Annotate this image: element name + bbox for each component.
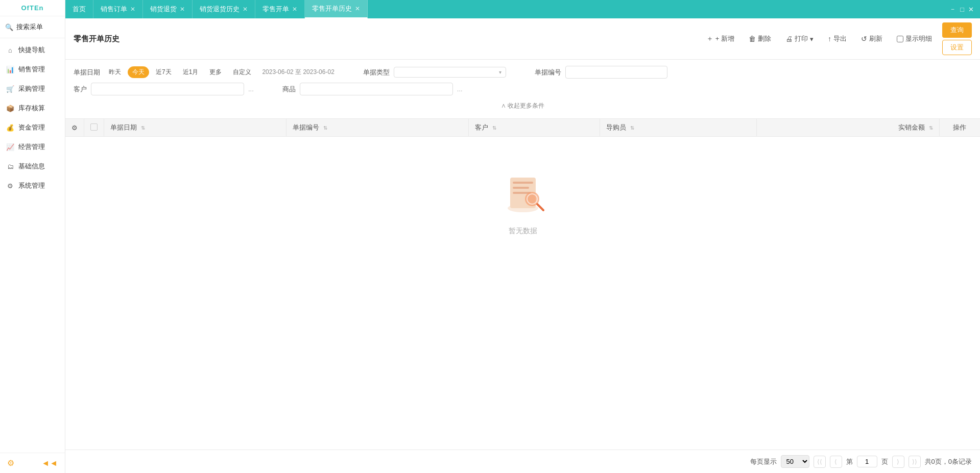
th-checkbox[interactable] [84, 119, 104, 137]
box-icon: 📦 [6, 104, 14, 112]
window-close-icon[interactable]: ✕ [968, 6, 974, 13]
page-number-input[interactable] [857, 456, 877, 467]
sidebar-item-purchase-mgmt[interactable]: 🛒 采购管理 [0, 79, 65, 98]
query-button[interactable]: 查询 [942, 22, 972, 38]
tab-sales-order[interactable]: 销售订单 ✕ [93, 0, 143, 18]
tab-sales-return-history[interactable]: 销货退货历史 ✕ [193, 0, 255, 18]
tab-retail-open-history-label: 零售开单历史 [312, 4, 352, 13]
ops-icon: 📈 [6, 143, 14, 151]
table-container: ⚙ 单据日期 ⇅ 单据编号 ⇅ [65, 119, 980, 450]
sidebar-item-system[interactable]: ⚙ 系统管理 [0, 176, 65, 195]
date-btn-custom[interactable]: 自定义 [228, 66, 256, 78]
add-button[interactable]: ＋ + 新增 [702, 32, 738, 45]
display-detail-toggle[interactable]: 显示明细 [893, 32, 936, 45]
close-sales-return-history-icon[interactable]: ✕ [243, 6, 248, 13]
th-guide[interactable]: 导购员 ⇅ [600, 119, 757, 137]
th-date[interactable]: 单据日期 ⇅ [104, 119, 286, 137]
refresh-label: 刷新 [869, 34, 882, 43]
th-date-label: 单据日期 [110, 123, 137, 131]
sort-date-icon: ⇅ [141, 125, 145, 131]
sidebar-item-operations[interactable]: 📈 经营管理 [0, 137, 65, 157]
product-select-icon[interactable]: ... [457, 85, 463, 93]
date-btn-yesterday[interactable]: 昨天 [104, 66, 126, 78]
data-table: ⚙ 单据日期 ⇅ 单据编号 ⇅ [65, 119, 980, 137]
close-retail-open-icon[interactable]: ✕ [292, 6, 297, 13]
first-page-btn[interactable]: ⟨⟨ [814, 456, 826, 468]
close-sales-order-icon[interactable]: ✕ [130, 6, 135, 13]
export-button[interactable]: ↑ 导出 [824, 32, 851, 45]
per-page-label: 每页显示 [750, 457, 777, 466]
close-retail-open-history-icon[interactable]: ✕ [355, 5, 360, 12]
sidebar-search[interactable]: 🔍 搜索采单 [0, 16, 65, 38]
cart-icon: 🛒 [6, 85, 14, 93]
customer-input[interactable] [91, 83, 244, 95]
gear-icon[interactable]: ⚙ [7, 458, 14, 468]
delete-button[interactable]: 🗑 删除 [745, 32, 775, 45]
window-maximize-icon[interactable]: □ [960, 6, 964, 13]
close-sales-return-icon[interactable]: ✕ [180, 6, 185, 13]
th-actions: 操作 [939, 119, 980, 137]
sidebar-item-label: 快捷导航 [18, 45, 45, 55]
sidebar-item-quick-nav[interactable]: ⌂ 快捷导航 [0, 40, 65, 60]
th-amount-label: 实销金额 [898, 123, 925, 131]
page-title: 零售开单历史 [74, 34, 119, 44]
collapse-up-icon: ∧ [501, 102, 506, 109]
delete-icon: 🗑 [749, 35, 756, 43]
next-page-btn[interactable]: ⟩ [892, 456, 904, 468]
sidebar-item-label: 库存核算 [18, 104, 45, 113]
sidebar-item-sales-mgmt[interactable]: 📊 销售管理 [0, 60, 65, 79]
tab-sales-return[interactable]: 销货退货 ✕ [143, 0, 193, 18]
sort-amount-icon: ⇅ [929, 125, 933, 131]
tab-retail-open[interactable]: 零售开单 ✕ [255, 0, 305, 18]
collapse-filter-label: 收起更多条件 [508, 102, 544, 109]
tab-home[interactable]: 首页 [65, 0, 93, 18]
chart-icon: 📊 [6, 65, 14, 73]
sidebar-item-basic-info[interactable]: 🗂 基础信息 [0, 157, 65, 176]
th-number-label: 单据编号 [293, 123, 319, 131]
top-nav-right: － □ ✕ [949, 0, 980, 18]
customer-select-icon[interactable]: ... [248, 85, 254, 93]
sidebar-item-finance[interactable]: 💰 资金管理 [0, 118, 65, 137]
number-input[interactable] [565, 66, 667, 79]
date-btn-more[interactable]: 更多 [205, 66, 226, 78]
print-button[interactable]: 🖨 打印 ▾ [781, 32, 818, 45]
date-btn-today[interactable]: 今天 [128, 66, 149, 78]
prev-page-btn[interactable]: ⟨ [830, 456, 842, 468]
last-page-btn[interactable]: ⟩⟩ [909, 456, 921, 468]
date-filter: 单据日期 昨天 今天 近7天 近1月 更多 自定义 2023-06-02 至 2… [74, 66, 334, 78]
sidebar-item-label: 经营管理 [18, 142, 45, 152]
sidebar-item-inventory[interactable]: 📦 库存核算 [0, 98, 65, 118]
sidebar: OfTEn 🔍 搜索采单 ⌂ 快捷导航 📊 销售管理 🛒 采购管理 📦 库存核算… [0, 0, 65, 473]
sort-number-icon: ⇅ [323, 125, 327, 131]
settings-button[interactable]: 设置 [942, 40, 972, 55]
th-customer[interactable]: 客户 ⇅ [469, 119, 600, 137]
sidebar-item-label: 资金管理 [18, 123, 45, 132]
type-select[interactable]: ▾ [394, 67, 506, 78]
product-input[interactable] [300, 83, 453, 95]
th-gear[interactable]: ⚙ [65, 119, 84, 137]
add-icon: ＋ [706, 34, 713, 43]
date-filter-label: 单据日期 [74, 68, 100, 77]
collapse-sidebar-icon[interactable]: ◄◄ [41, 459, 58, 468]
tab-retail-open-history[interactable]: 零售开单历史 ✕ [305, 0, 368, 18]
window-minimize-icon[interactable]: － [949, 5, 956, 14]
collapse-filter-bar[interactable]: ∧ 收起更多条件 [74, 99, 972, 112]
th-number[interactable]: 单据编号 ⇅ [286, 119, 469, 137]
display-detail-checkbox[interactable] [897, 36, 903, 42]
type-filter: 单据类型 ▾ [363, 67, 506, 78]
sort-guide-icon: ⇅ [630, 125, 634, 131]
tab-sales-return-label: 销货退货 [150, 5, 177, 14]
gear-icon: ⚙ [71, 124, 78, 132]
display-detail-label: 显示明细 [905, 34, 932, 43]
per-page-select[interactable]: 50 100 200 [781, 455, 809, 468]
refresh-button[interactable]: ↺ 刷新 [857, 32, 887, 45]
print-label: 打印 [795, 34, 808, 43]
search-icon: 🔍 [5, 23, 13, 31]
date-btn-last7[interactable]: 近7天 [151, 66, 176, 78]
toolbar: 零售开单历史 ＋ + 新增 🗑 删除 🖨 打印 ▾ ↑ 导出 ↺ 刷新 [65, 18, 980, 60]
sidebar-item-label: 系统管理 [18, 181, 45, 190]
select-all-checkbox[interactable] [90, 123, 98, 131]
date-btn-last1month[interactable]: 近1月 [178, 66, 203, 78]
customer-filter-label: 客户 [74, 85, 87, 94]
th-amount[interactable]: 实销金额 ⇅ [757, 119, 939, 137]
